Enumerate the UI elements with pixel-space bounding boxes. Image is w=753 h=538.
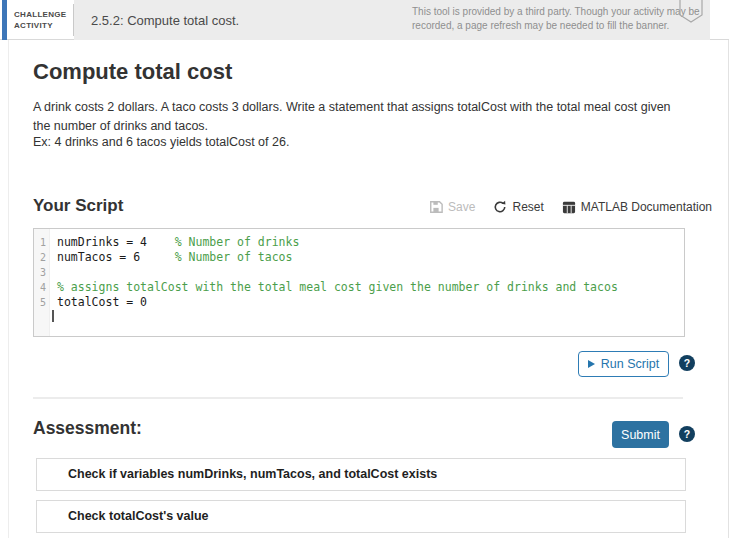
code-text: numTacos = 6 [50,250,175,265]
save-button[interactable]: Save [429,200,475,214]
code-text: numDrinks = 4 [50,235,175,250]
problem-description: A drink costs 2 dollars. A taco costs 3 … [33,98,681,136]
your-script-heading: Your Script [33,196,123,216]
play-icon [588,360,595,368]
problem-example: Ex: 4 drinks and 6 tacos yields totalCos… [33,135,289,149]
activity-title: 2.5.2: Compute total cost. [91,13,239,28]
submit-help-icon[interactable]: ? [679,426,695,442]
code-line-4: 4% assigns totalCost with the total meal… [34,280,684,295]
run-script-label: Run Script [601,357,659,371]
content-left-border [8,40,9,538]
code-comment: % Number of drinks [175,235,300,250]
run-script-help-icon[interactable]: ? [679,355,695,371]
reset-icon [493,200,507,214]
documentation-label: MATLAB Documentation [581,200,712,214]
activity-type-badge: CHALLENGE ACTIVITY [14,9,66,31]
documentation-icon [562,201,576,214]
badge-line-1: CHALLENGE [14,9,66,20]
code-line-3: 3 [34,265,684,280]
matlab-documentation-link[interactable]: MATLAB Documentation [562,200,712,214]
code-text [50,265,57,280]
third-party-disclaimer: This tool is provided by a third party. … [412,5,700,33]
line-number: 1 [34,235,50,250]
section-divider [33,397,683,399]
code-comment: % assigns totalCost with the total meal … [57,280,618,295]
bookmark-icon[interactable] [678,0,704,26]
code-comment: % Number of tacos [175,250,293,265]
banner-accent-bar [2,0,7,40]
line-number: 3 [34,265,50,280]
code-text [50,280,57,295]
code-text: totalCost = 0 [50,295,147,310]
code-line-1: 1numDrinks = 4 % Number of drinks [34,235,684,250]
code-line-2: 2numTacos = 6 % Number of tacos [34,250,684,265]
page-title: Compute total cost [33,59,232,85]
assessment-check-row-1[interactable]: Check if variables numDrinks, numTacos, … [36,458,686,491]
reset-label: Reset [512,200,543,214]
line-number: 2 [34,250,50,265]
activity-banner: CHALLENGE ACTIVITY 2.5.2: Compute total … [0,0,729,40]
assessment-heading: Assessment: [33,418,142,439]
save-label: Save [448,200,475,214]
text-cursor [52,310,54,322]
banner-gray-area: 2.5.2: Compute total cost. This tool is … [74,0,710,40]
reset-button[interactable]: Reset [493,200,543,214]
disclaimer-line-2: recorded, a page refresh may be needed t… [412,19,700,33]
content-right-border [728,0,729,538]
submit-button[interactable]: Submit [612,421,669,448]
line-number: 5 [34,295,50,310]
code-line-5: 5totalCost = 0 [34,295,684,310]
save-icon [429,200,443,214]
disclaimer-line-1: This tool is provided by a third party. … [412,5,700,19]
code-lines: 1numDrinks = 4 % Number of drinks 2numTa… [34,235,684,310]
editor-toolbar: Save Reset MATLAB Documentation [429,200,712,214]
assessment-check-row-2[interactable]: Check totalCost's value [36,500,686,533]
badge-line-2: ACTIVITY [14,20,66,31]
code-editor[interactable]: 1numDrinks = 4 % Number of drinks 2numTa… [33,228,685,337]
line-number: 4 [34,280,50,295]
challenge-activity-page: CHALLENGE ACTIVITY 2.5.2: Compute total … [0,0,753,538]
run-script-button[interactable]: Run Script [578,351,669,377]
